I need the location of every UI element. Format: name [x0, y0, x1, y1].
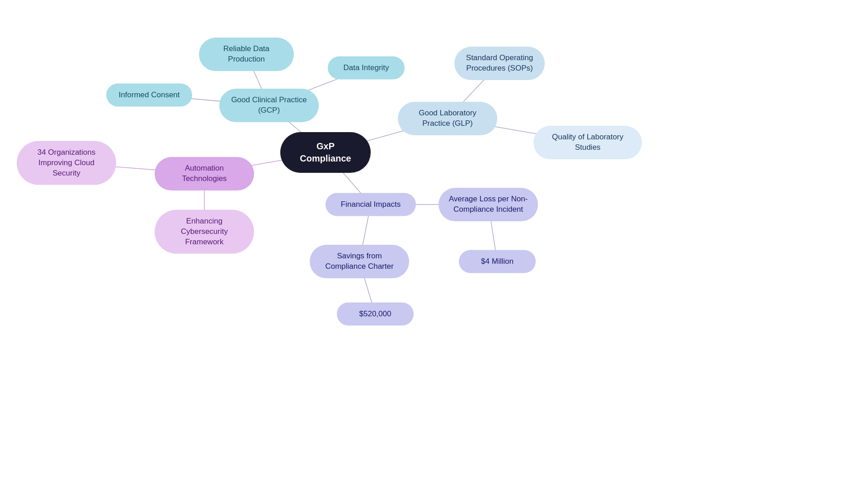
- savings-node[interactable]: Savings from Compliance Charter: [310, 245, 409, 278]
- informed-consent-node[interactable]: Informed Consent: [106, 84, 192, 107]
- quality-label: Quality of Laboratory Studies: [543, 132, 632, 153]
- savings-label: Savings from Compliance Charter: [320, 251, 399, 272]
- sop-node[interactable]: Standard Operating Procedures (SOPs): [454, 47, 545, 80]
- data-integrity-node[interactable]: Data Integrity: [328, 57, 405, 80]
- orgs34-label: 34 Organizations Improving Cloud Securit…: [27, 147, 106, 179]
- quality-node[interactable]: Quality of Laboratory Studies: [533, 126, 642, 159]
- glp-label: Good Laboratory Practice (GLP): [408, 108, 487, 129]
- financial-node[interactable]: Financial Impacts: [326, 193, 416, 216]
- cybersecurity-label: Enhancing Cybersecurity Framework: [165, 216, 244, 247]
- automation-label: Automation Technologies: [165, 163, 244, 184]
- financial-label: Financial Impacts: [341, 200, 401, 210]
- average-loss-label: Average Loss per Non-Compliance Incident: [448, 194, 528, 215]
- glp-node[interactable]: Good Laboratory Practice (GLP): [398, 102, 497, 135]
- five20k-node[interactable]: $520,000: [337, 303, 414, 326]
- center-label: GxP Compliance: [298, 140, 353, 165]
- data-integrity-label: Data Integrity: [343, 63, 389, 73]
- center-node[interactable]: GxP Compliance: [280, 132, 371, 173]
- four-million-label: $4 Million: [481, 257, 514, 267]
- sop-label: Standard Operating Procedures (SOPs): [464, 53, 535, 74]
- gcp-label: Good Clinical Practice (GCP): [229, 95, 309, 116]
- orgs34-node[interactable]: 34 Organizations Improving Cloud Securit…: [17, 141, 116, 185]
- four-million-node[interactable]: $4 Million: [459, 250, 536, 273]
- cybersecurity-node[interactable]: Enhancing Cybersecurity Framework: [155, 210, 254, 254]
- average-loss-node[interactable]: Average Loss per Non-Compliance Incident: [439, 188, 538, 221]
- gcp-node[interactable]: Good Clinical Practice (GCP): [219, 89, 319, 122]
- informed-label: Informed Consent: [118, 90, 179, 100]
- reliable-data-node[interactable]: Reliable Data Production: [199, 38, 294, 71]
- five20k-label: $520,000: [359, 309, 392, 319]
- automation-node[interactable]: Automation Technologies: [155, 157, 254, 190]
- reliable-label: Reliable Data Production: [209, 44, 284, 65]
